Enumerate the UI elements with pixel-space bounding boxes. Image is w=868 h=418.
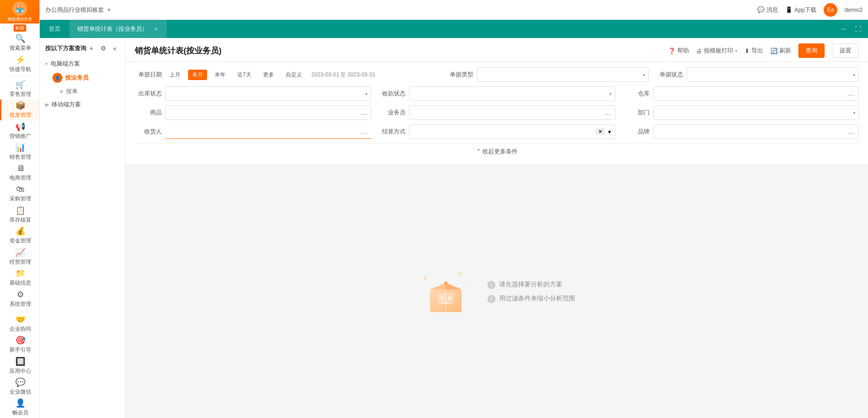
receive-status-box[interactable] [409, 86, 615, 101]
salesman-select[interactable]: … [409, 105, 615, 120]
lp-header-actions: + ⚙ « [86, 43, 120, 53]
refresh-label: 刷新 [779, 47, 791, 55]
tab-minimize-button[interactable]: ─ [837, 23, 850, 35]
query-button[interactable]: 查询 [798, 43, 825, 58]
sidebar-item-purchase[interactable]: 🛍 采购管理 [0, 183, 40, 204]
sidebar-item-newuser[interactable]: 🎯 新手引导 [0, 334, 40, 355]
basic-icon: 📁 [15, 268, 25, 278]
lp-add-button[interactable]: + [86, 43, 96, 53]
lp-settings-button[interactable]: ⚙ [98, 43, 108, 53]
export-icon: ⬇ [745, 48, 750, 54]
operations-icon: 📈 [15, 247, 25, 257]
sidebar-item-appcenter[interactable]: 🔲 应用中心 [0, 355, 40, 376]
sidebar-divider-1 [8, 76, 31, 76]
settlement-tag[interactable]: ✕ [595, 128, 605, 135]
right-content: 销货单统计表(按业务员) ❓ 帮助 🖨 按模板打印 ▾ ⬇ 导出 [126, 38, 868, 418]
sidebar-item-basic[interactable]: 📁 基础信息 [0, 267, 40, 288]
sidebar-item-member[interactable]: 👤 畅会员 [0, 397, 40, 418]
lp-tree-mobile[interactable]: ▶ 移动端方案 [40, 98, 125, 111]
user-name[interactable]: demo2 [844, 6, 863, 13]
settings-button[interactable]: 设置 [832, 43, 859, 58]
sidebar-item-marketing[interactable]: 📢 营销推广 [0, 120, 40, 141]
sidebar-item-shortcut[interactable]: ⚡ 快捷导航 [0, 53, 40, 74]
user-avatar-initials: Ea [827, 7, 834, 13]
lp-subchild-by-order[interactable]: ≡ 按单 [40, 85, 125, 98]
salesman-ellipsis: … [604, 109, 611, 117]
tab-close-button[interactable]: ✕ [151, 25, 160, 33]
goods-label: 商品 [135, 109, 162, 117]
empty-tips: 1 请先选择要分析的方案 2 用过滤条件来缩小分析范围 [487, 280, 575, 303]
inventory-icon: 📋 [15, 205, 25, 215]
sidebar-item-inventory[interactable]: 📋 库存核算 [0, 204, 40, 225]
receiver-label: 收货人 [135, 128, 162, 136]
sidebar-item-system[interactable]: ⚙ 系统管理 [0, 288, 40, 309]
sidebar-item-sales-label: 销售管理 [9, 153, 31, 161]
department-select[interactable]: ▾ [653, 105, 859, 120]
lp-child-by-salesman[interactable]: 👤 按业务员 [40, 71, 125, 85]
lp-child-salesman-label: 按业务员 [65, 74, 89, 82]
sidebar-item-wholesale[interactable]: 📦 批发管理 [0, 100, 40, 120]
sidebar-item-member-label: 畅会员 [12, 409, 28, 417]
left-panel-title: 按以下方案查询 [45, 44, 86, 52]
lp-tree-pc[interactable]: ▾ 电脑端方案 [40, 57, 125, 71]
sidebar-item-enterprise[interactable]: 🤝 企业协同 [0, 313, 40, 334]
help-button[interactable]: ❓ 帮助 [668, 47, 689, 55]
settlement-label: 结算方式 [378, 128, 406, 136]
salesman-label: 业务员 [378, 109, 406, 117]
sidebar-item-finance[interactable]: 💰 资金管理 [0, 225, 40, 246]
receive-status-select[interactable]: ▾ [409, 86, 615, 101]
export-button[interactable]: ⬇ 导出 [745, 47, 763, 55]
date-shortcut-this-month[interactable]: 本月 [188, 70, 207, 80]
user-avatar[interactable]: Ea [824, 3, 837, 17]
date-shortcut-7days[interactable]: 近7天 [233, 70, 255, 80]
sidebar-item-retail[interactable]: 🛒 零售管理 [0, 78, 40, 99]
marketing-icon: 📢 [15, 122, 25, 132]
doc-type-select[interactable]: ▾ [477, 67, 649, 82]
print-button[interactable]: 🖨 按模板打印 ▾ [696, 47, 737, 55]
tab-expand-button[interactable]: ⛶ [852, 23, 864, 35]
goods-select[interactable]: … [165, 105, 371, 120]
collapse-bar[interactable]: ⌃ 收起更多条件 [135, 143, 859, 159]
settlement-select[interactable]: ✕ ▾ [409, 124, 615, 139]
sidebar-item-sales[interactable]: 📊 销售管理 [0, 141, 40, 162]
topbar-dropdown-icon[interactable]: ▾ [108, 6, 111, 13]
filter-row-2: 出库状态 ▾ 收款状态 ▾ 仓库 [135, 86, 859, 101]
message-label: 消息 [766, 6, 778, 14]
lp-collapse-button[interactable]: « [110, 43, 120, 53]
tip-num-2: 2 [487, 295, 495, 303]
sidebar-item-wechat[interactable]: 💬 企业微信 [0, 376, 40, 397]
brand-select[interactable]: … [653, 124, 859, 139]
out-status-box[interactable] [165, 86, 371, 101]
doc-status-box[interactable] [687, 67, 859, 82]
date-shortcut-this-year[interactable]: 本年 [211, 70, 230, 80]
lp-tree-pc-arrow: ▾ [45, 61, 48, 67]
warehouse-select[interactable]: … [653, 86, 859, 101]
receiver-ellipsis: … [360, 128, 368, 136]
system-icon: ⚙ [17, 290, 24, 299]
date-shortcut-prev-month[interactable]: 上月 [165, 70, 184, 80]
svg-point-12 [444, 281, 447, 284]
doc-status-select[interactable]: ▾ [687, 67, 859, 82]
doc-type-box[interactable] [477, 67, 649, 82]
sidebar-item-ecommerce[interactable]: 🖥 电商管理 [0, 162, 40, 183]
app-logo[interactable]: 🏪 畅捷通好生意 [0, 0, 40, 24]
message-action[interactable]: 💬 消息 [757, 6, 778, 14]
app-download-action[interactable]: 📱 App下载 [785, 6, 816, 14]
out-status-select[interactable]: ▾ [165, 86, 371, 101]
collapse-label: 收起更多条件 [482, 148, 518, 155]
sidebar-item-marketing-label: 营销推广 [9, 133, 31, 140]
print-icon: 🖨 [696, 48, 702, 54]
tab-sales-stat[interactable]: 销货单统计表（按业务员） ✕ [70, 20, 167, 38]
date-shortcut-custom[interactable]: 自定义 [282, 70, 306, 80]
left-panel: 按以下方案查询 + ⚙ « ▾ 电脑端方案 👤 按业务员 ≡ 按单 [40, 38, 126, 418]
sidebar-divider-2 [8, 311, 31, 311]
refresh-button[interactable]: 🔄 刷新 [770, 47, 791, 55]
tab-home[interactable]: 首页 [40, 20, 70, 38]
receiver-input[interactable]: … [165, 124, 371, 139]
department-box[interactable] [653, 105, 859, 120]
sidebar-item-search[interactable]: 🔍 搜索菜单 [0, 33, 40, 53]
date-shortcut-more[interactable]: 更多 [259, 70, 278, 80]
sidebar-item-operations[interactable]: 📈 经营管理 [0, 246, 40, 267]
filter-area: 单据日期 上月 本月 本年 近7天 更多 自定义 2023-03-01 至 20… [126, 62, 868, 165]
order-icon: ≡ [60, 88, 63, 95]
